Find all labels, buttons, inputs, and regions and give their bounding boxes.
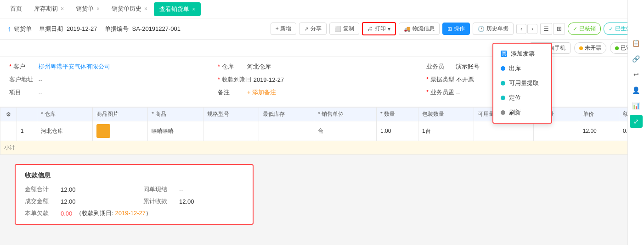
- doc-actions: + 新增 ↗ 分享 ⬜ 复制 🖨 打印 ▾ 🚚 物流信息 ⊞ 操作: [271, 22, 637, 35]
- logistics-button[interactable]: 🚚 物流信息: [399, 23, 440, 35]
- dropdown-locate[interactable]: 定位: [493, 91, 551, 105]
- warehouse-field: 仓库 河北仓库: [218, 63, 426, 71]
- due-date-label: 收款到期日: [218, 75, 252, 84]
- grid-view-btn[interactable]: ⊞: [553, 23, 565, 35]
- sidebar-icon-link[interactable]: 🔗: [630, 52, 643, 65]
- print-dropdown-arrow: ▾: [388, 26, 390, 32]
- row-num: 1: [17, 121, 37, 141]
- sidebar-icon-reply[interactable]: ↩: [630, 68, 643, 81]
- tab-sales-close[interactable]: ×: [96, 6, 100, 12]
- doc-number-value: SA-20191227-001: [132, 25, 181, 32]
- grid-icon: ⊞: [447, 26, 452, 32]
- available-qty-icon: [501, 81, 505, 85]
- locate-icon: [501, 96, 505, 100]
- tab-view-sales-close[interactable]: ×: [192, 6, 195, 12]
- dropdown-available-qty[interactable]: 可用量提取: [493, 76, 551, 91]
- customer-value[interactable]: 柳州粤港平安气体有限公司: [39, 63, 110, 71]
- dropdown-refresh[interactable]: 刷新: [493, 105, 551, 120]
- total-value: 12.00: [61, 186, 76, 193]
- note-add-button[interactable]: + 添加备注: [247, 88, 276, 97]
- not-opened-badge[interactable]: 未开票: [574, 42, 606, 54]
- same-settle-label: 同单现结: [143, 185, 175, 194]
- status-dot-green: [615, 46, 619, 50]
- outbound-icon: [501, 66, 505, 71]
- tab-sales-history-label: 销货单历史: [112, 5, 141, 13]
- deal-amount-row: 成交金额 12.00: [25, 197, 125, 205]
- row-product: 嘻嘻嘻嘻: [148, 121, 203, 141]
- sidebar-icon-chart[interactable]: 📊: [630, 99, 643, 112]
- customer-field: 客户 柳州粤港平安气体有限公司: [9, 63, 218, 71]
- history-icon: 🕐: [478, 26, 485, 32]
- tab-home-label: 首页: [10, 5, 22, 13]
- operate-button[interactable]: ⊞ 操作: [442, 23, 470, 35]
- staff2-value: --: [456, 89, 460, 96]
- project-value: --: [39, 89, 43, 96]
- tab-sales-history[interactable]: 销货单历史 ×: [106, 0, 153, 18]
- address-value: --: [39, 76, 43, 83]
- dropdown-add-invoice[interactable]: 票 添加发票: [493, 46, 551, 61]
- print-button[interactable]: 🖨 打印 ▾: [362, 22, 396, 35]
- row-min-stock: [259, 121, 314, 141]
- dropdown-outbound[interactable]: 出库: [493, 61, 551, 76]
- col-spec: 规格型号: [203, 108, 259, 121]
- history-button[interactable]: 🕐 历史单据: [473, 23, 514, 35]
- col-num: [17, 108, 37, 121]
- tab-sales[interactable]: 销货单 ×: [70, 0, 105, 18]
- same-settle-value: --: [179, 186, 183, 193]
- sidebar-icon-expand[interactable]: ⤢: [630, 115, 643, 128]
- ticket-type-value: 不开票: [456, 75, 474, 84]
- warehouse-label: 仓库: [218, 63, 245, 71]
- cumulative-label: 累计收款: [143, 197, 175, 205]
- doc-date-field: 单据日期 2019-12-27: [39, 25, 97, 33]
- truck-icon: 🚚: [404, 26, 411, 32]
- copy-button[interactable]: ⬜ 复制: [329, 23, 359, 35]
- row-available: [474, 121, 534, 141]
- main-wrapper: 首页 库存期初 × 销货单 × 销货单历史 × 查看销货单 × × ↑ 销货单 …: [0, 0, 644, 234]
- tab-sales-label: 销货单: [76, 5, 94, 13]
- row-spec: [203, 121, 259, 141]
- deal-amount-label: 成交金额: [25, 197, 57, 205]
- prev-arrow[interactable]: ‹: [516, 24, 526, 34]
- col-price: 单价: [579, 108, 619, 121]
- list-view-btn[interactable]: ☰: [540, 23, 552, 35]
- subtotal-label: 小计: [0, 141, 644, 155]
- share-button[interactable]: ↗ 分享: [299, 23, 327, 35]
- row-price: 12.00: [579, 121, 619, 141]
- add-invoice-label: 添加发票: [511, 50, 535, 58]
- due-note: （收款到期日: 2019-12-27）: [76, 209, 152, 217]
- tab-view-sales-label: 查看销货单: [159, 5, 189, 13]
- add-button[interactable]: + 新增: [271, 23, 296, 35]
- sidebar-icon-clipboard[interactable]: 📋: [630, 37, 643, 50]
- doc-date-value: 2019-12-27: [67, 25, 97, 32]
- deal-amount-value: 12.00: [61, 198, 76, 205]
- tab-bar: 首页 库存期初 × 销货单 × 销货单历史 × 查看销货单 × ×: [0, 0, 644, 18]
- right-sidebar: 📋 🔗 ↩ 👤 📊 ⤢: [627, 0, 644, 245]
- col-settings[interactable]: ⚙: [0, 108, 17, 121]
- doc-number-label: 单据编号: [105, 25, 129, 33]
- plus-icon: +: [247, 89, 251, 96]
- row-qty: 1.00: [377, 121, 418, 141]
- view-toggle: ☰ ⊞: [540, 23, 565, 35]
- ticket-type-label: 票据类型: [426, 75, 454, 84]
- due-date-field: 收款到期日 2019-12-27: [218, 75, 426, 84]
- doc-header: ↑ 销货单 单据日期 2019-12-27 单据编号 SA-20191227-0…: [0, 18, 644, 40]
- sidebar-icon-user[interactable]: 👤: [630, 84, 643, 97]
- doc-type-tag: ↑ 销货单: [7, 25, 32, 33]
- due-label: 本单欠款: [25, 209, 57, 217]
- tab-inventory[interactable]: 库存期初 ×: [28, 0, 69, 18]
- customer-label: 客户: [9, 63, 37, 71]
- tab-inventory-label: 库存期初: [34, 5, 58, 13]
- table-row: 1 河北仓库 嘻嘻嘻嘻 台 1.00 1台 12.00 0.: [0, 121, 644, 141]
- check-icon2: ✓: [609, 26, 613, 32]
- row-stock: [534, 121, 579, 141]
- tab-inventory-close[interactable]: ×: [61, 6, 64, 12]
- print-icon: 🖨: [367, 26, 373, 32]
- available-qty-label: 可用量提取: [509, 79, 539, 87]
- col-product: * 商品: [148, 108, 203, 121]
- tab-sales-history-close[interactable]: ×: [144, 6, 147, 12]
- tab-home[interactable]: 首页: [5, 0, 28, 18]
- tab-view-sales[interactable]: 查看销货单 ×: [154, 2, 201, 16]
- doc-date-label: 单据日期: [39, 25, 63, 33]
- next-arrow[interactable]: ›: [527, 24, 537, 34]
- refresh-label: 刷新: [509, 108, 521, 117]
